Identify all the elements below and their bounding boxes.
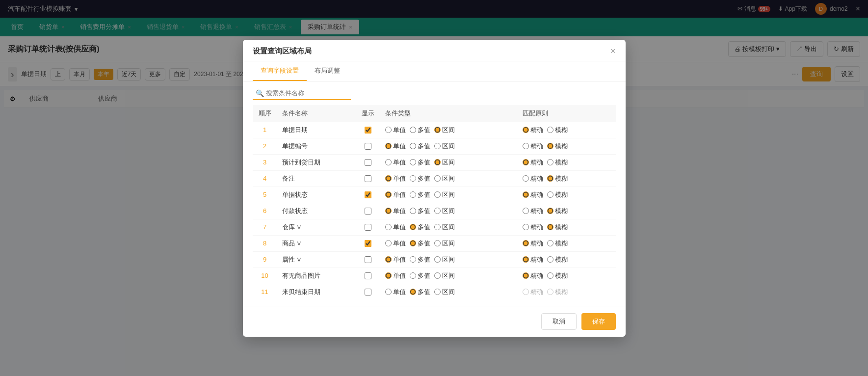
type-range-radio[interactable]: 区间: [434, 190, 455, 199]
display-checkbox[interactable]: [365, 127, 371, 134]
type-radio-group: 单值多值区间: [385, 174, 513, 183]
type-radio-group: 单值多值区间: [385, 158, 513, 167]
type-radio-group: 单值多值区间: [385, 126, 513, 134]
type-multi-radio[interactable]: 多值: [410, 223, 430, 232]
condition-name: 预计到货日期: [277, 154, 356, 170]
condition-name: 单据编号: [277, 138, 356, 154]
rule-radio-group: 精确模糊: [523, 190, 611, 199]
rule-exact-radio[interactable]: 精确: [523, 142, 543, 151]
table-row: 1单据日期单值多值区间精确模糊: [253, 122, 616, 138]
rule-exact-radio[interactable]: 精确: [523, 174, 543, 183]
col-order: 顺序: [253, 105, 277, 122]
table-row: 4备注单值多值区间精确模糊: [253, 170, 616, 187]
tab-query-fields[interactable]: 查询字段设置: [253, 61, 307, 81]
condition-name: 单据状态: [277, 187, 356, 203]
condition-search: 🔍: [253, 87, 351, 100]
type-radio-group: 单值多值区间: [385, 142, 513, 151]
col-name: 条件名称: [277, 105, 356, 122]
type-radio-group: 单值多值区间: [385, 207, 513, 215]
display-checkbox[interactable]: [365, 224, 371, 231]
type-range-radio[interactable]: 区间: [434, 142, 455, 151]
type-multi-radio[interactable]: 多值: [410, 126, 430, 134]
dialog-title: 设置查询区域布局: [253, 47, 312, 56]
rule-fuzzy-radio[interactable]: 模糊: [547, 126, 568, 134]
type-single-radio[interactable]: 单值: [385, 223, 406, 232]
type-range-radio[interactable]: 区间: [434, 158, 455, 167]
type-single-radio[interactable]: 单值: [385, 190, 406, 199]
condition-name: 单据日期: [277, 122, 356, 138]
condition-name: 备注: [277, 170, 356, 187]
type-range-radio[interactable]: 区间: [434, 126, 455, 134]
rule-fuzzy-radio[interactable]: 模糊: [547, 223, 568, 232]
type-multi-radio[interactable]: 多值: [410, 142, 430, 151]
type-single-radio[interactable]: 单值: [385, 174, 406, 183]
rule-exact-radio[interactable]: 精确: [523, 158, 543, 167]
rule-fuzzy-radio[interactable]: 模糊: [547, 190, 568, 199]
col-rule: 匹配原则: [518, 105, 616, 122]
condition-search-input[interactable]: [266, 89, 344, 97]
dialog-body: 🔍 顺序 条件名称 显示 条件类型 匹配原则 1单据日期单值多值区间精确模糊2单…: [243, 81, 626, 234]
rule-exact-radio[interactable]: 精确: [523, 126, 543, 134]
rule-fuzzy-radio[interactable]: 模糊: [547, 158, 568, 167]
display-checkbox[interactable]: [365, 143, 371, 150]
type-single-radio[interactable]: 单值: [385, 207, 406, 215]
type-single-radio[interactable]: 单值: [385, 142, 406, 151]
type-multi-radio[interactable]: 多值: [410, 174, 430, 183]
table-row: 7仓库 ∨单值多值区间精确模糊: [253, 219, 616, 234]
rule-exact-radio[interactable]: 精确: [523, 207, 543, 215]
rule-radio-group: 精确模糊: [523, 207, 611, 215]
display-checkbox[interactable]: [365, 191, 371, 198]
settings-dialog: 设置查询区域布局 × 查询字段设置 布局调整 🔍 顺序: [243, 40, 626, 234]
rule-fuzzy-radio[interactable]: 模糊: [547, 142, 568, 151]
display-checkbox[interactable]: [365, 159, 371, 166]
rule-exact-radio[interactable]: 精确: [523, 190, 543, 199]
rule-radio-group: 精确模糊: [523, 126, 611, 134]
rule-radio-group: 精确模糊: [523, 223, 611, 232]
type-radio-group: 单值多值区间: [385, 223, 513, 232]
type-range-radio[interactable]: 区间: [434, 207, 455, 215]
rule-radio-group: 精确模糊: [523, 158, 611, 167]
table-row: 2单据编号单值多值区间精确模糊: [253, 138, 616, 154]
dialog-header: 设置查询区域布局 ×: [243, 40, 626, 61]
type-radio-group: 单值多值区间: [385, 190, 513, 199]
type-range-radio[interactable]: 区间: [434, 174, 455, 183]
dialog-close-button[interactable]: ×: [610, 47, 616, 55]
col-type: 条件类型: [380, 105, 518, 122]
display-checkbox[interactable]: [365, 175, 371, 182]
type-single-radio[interactable]: 单值: [385, 158, 406, 167]
conditions-table: 顺序 条件名称 显示 条件类型 匹配原则 1单据日期单值多值区间精确模糊2单据编…: [253, 105, 616, 234]
condition-name: 付款状态: [277, 203, 356, 219]
display-checkbox[interactable]: [365, 208, 371, 215]
type-multi-radio[interactable]: 多值: [410, 190, 430, 199]
type-single-radio[interactable]: 单值: [385, 126, 406, 134]
rule-radio-group: 精确模糊: [523, 174, 611, 183]
tab-layout[interactable]: 布局调整: [307, 61, 348, 81]
rule-radio-group: 精确模糊: [523, 142, 611, 151]
rule-fuzzy-radio[interactable]: 模糊: [547, 207, 568, 215]
type-multi-radio[interactable]: 多值: [410, 207, 430, 215]
rule-fuzzy-radio[interactable]: 模糊: [547, 174, 568, 183]
rule-exact-radio[interactable]: 精确: [523, 223, 543, 232]
table-row: 6付款状态单值多值区间精确模糊: [253, 203, 616, 219]
col-display: 显示: [356, 105, 380, 122]
table-row: 3预计到货日期单值多值区间精确模糊: [253, 154, 616, 170]
search-icon: 🔍: [256, 89, 264, 97]
modal-overlay: 设置查询区域布局 × 查询字段设置 布局调整 🔍 顺序: [0, 0, 868, 234]
type-range-radio[interactable]: 区间: [434, 223, 455, 232]
condition-name: 仓库 ∨: [277, 219, 356, 234]
type-multi-radio[interactable]: 多值: [410, 158, 430, 167]
table-row: 5单据状态单值多值区间精确模糊: [253, 187, 616, 203]
dialog-tabs: 查询字段设置 布局调整: [243, 61, 626, 81]
